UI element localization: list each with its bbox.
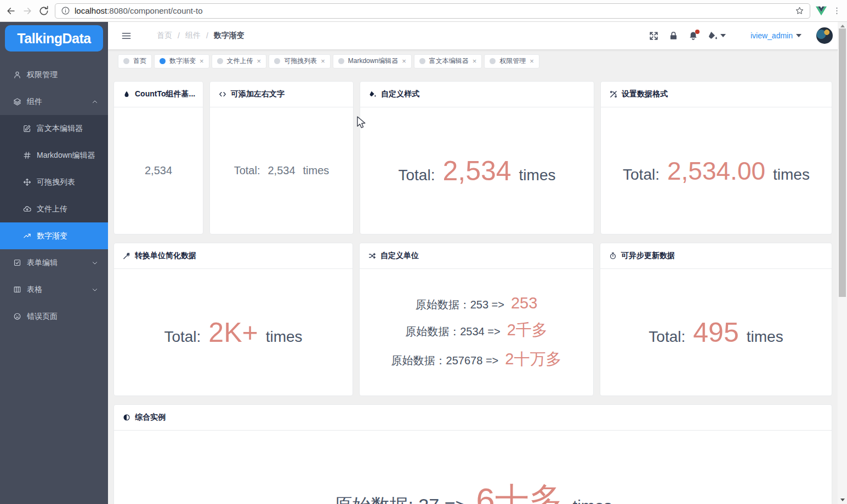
tag-close-icon[interactable]: × [321, 58, 325, 65]
url-host: localhost [75, 6, 107, 15]
person-icon [13, 71, 21, 79]
bookmark-star-icon[interactable] [795, 6, 804, 15]
count-value: 6十多 [476, 477, 562, 504]
raw-data-label: 原始数据: 27 => [333, 493, 466, 504]
stopwatch-icon [609, 252, 617, 260]
page-scrollbar[interactable] [838, 22, 847, 504]
vue-devtools-icon[interactable] [816, 6, 827, 16]
tag-markdown-editor[interactable]: Markdown编辑器 × [333, 54, 412, 68]
back-icon[interactable] [5, 5, 16, 16]
tag-close-icon[interactable]: × [530, 58, 534, 65]
tag-label: 数字渐变 [169, 56, 196, 66]
browser-menu-icon[interactable] [832, 6, 842, 15]
scroll-down-arrow[interactable] [838, 496, 847, 504]
card-async-update: 可异步更新数据 Total: 495 times [600, 243, 832, 396]
breadcrumb-separator: / [206, 31, 208, 40]
caret-down-icon [720, 34, 726, 37]
card-title: 综合实例 [135, 413, 166, 422]
sidebar-item-file-upload[interactable]: 文件上传 [0, 196, 108, 222]
shuffle-icon [368, 252, 376, 260]
card-header: 可异步更新数据 [600, 243, 832, 269]
card-body: 原始数据：253 => 253 原始数据：2534 => 2千多 原始数据：25… [360, 269, 593, 396]
converted-value: 253 [511, 294, 537, 312]
card-header: 自定义单位 [360, 243, 593, 269]
hamburger-icon[interactable] [121, 31, 132, 41]
breadcrumb-home[interactable]: 首页 [157, 31, 172, 41]
tag-nav-bar: 首页 数字渐变 × 文件上传 × 可拖拽列表 × Markdown编辑器 × [108, 49, 847, 73]
address-bar[interactable]: localhost:8080/component/count-to [55, 3, 810, 19]
count-prefix: Total: [234, 164, 260, 177]
sad-face-icon [13, 312, 21, 320]
card-body: Total: 2,534.00 times [601, 107, 832, 234]
card-header: 自定义样式 [360, 82, 594, 107]
card-title: 可添加左右文字 [231, 89, 285, 99]
tag-label: 首页 [133, 56, 146, 66]
tag-permission[interactable]: 权限管理 × [484, 54, 539, 68]
tag-draggable-list[interactable]: 可拖拽列表 × [269, 54, 331, 68]
raw-data-label: 原始数据：2534 => [405, 324, 500, 339]
breadcrumb-separator: / [178, 31, 180, 40]
tag-close-icon[interactable]: × [473, 58, 477, 65]
talkingdata-logo[interactable]: TalkingData [5, 25, 103, 51]
paint-bucket-icon [369, 90, 377, 98]
count-suffix: times [747, 328, 783, 346]
sidebar-item-table[interactable]: 表格 [0, 276, 108, 303]
sidebar-item-label: Markdown编辑器 [37, 151, 95, 161]
tag-count-to[interactable]: 数字渐变 × [154, 54, 209, 68]
unit-demo-line: 原始数据：2534 => 2千多 [405, 319, 548, 341]
sidebar-item-form-editor[interactable]: 表单编辑 [0, 249, 108, 276]
unit-demo-line: 原始数据：253 => 253 [416, 294, 538, 312]
notifications[interactable] [688, 31, 698, 41]
tag-rich-text-editor[interactable]: 富文本编辑器 × [414, 54, 482, 68]
scrollbar-thumb[interactable] [839, 28, 846, 297]
checkbox-icon [13, 259, 21, 267]
sidebar-item-error-pages[interactable]: 错误页面 [0, 303, 108, 330]
notification-badge [695, 30, 700, 34]
sidebar-item-draggable-list[interactable]: 可拖拽列表 [0, 169, 108, 196]
pound-icon [23, 151, 31, 159]
tag-home[interactable]: 首页 [118, 54, 152, 68]
count-prefix: Total: [399, 167, 435, 184]
sidebar-item-permission[interactable]: 权限管理 [0, 61, 108, 88]
sidebar-item-rich-text-editor[interactable]: 富文本编辑器 [0, 115, 108, 142]
forward-icon[interactable] [22, 5, 33, 16]
avatar[interactable] [816, 27, 833, 44]
sidebar-item-label: 组件 [27, 97, 42, 107]
url-text[interactable]: localhost:8080/component/count-to [75, 6, 203, 16]
card-left-right-text: 可添加左右文字 Total: 2,534 times [209, 81, 354, 234]
card-body: 原始数据: 27 => 6十多 times [114, 431, 832, 504]
sidebar-item-count-to[interactable]: 数字渐变 [0, 222, 108, 249]
breadcrumb-current: 数字渐变 [214, 31, 245, 41]
card-title: 可异步更新数据 [621, 251, 675, 261]
tag-file-upload[interactable]: 文件上传 × [212, 54, 267, 68]
components-submenu: 富文本编辑器 Markdown编辑器 可拖拽列表 文件上传 数字渐变 [0, 115, 108, 249]
sidebar-item-label: 数字渐变 [37, 231, 67, 241]
card-count-to-basic: CountTo组件基... 2,534 [113, 81, 203, 234]
breadcrumb-components[interactable]: 组件 [185, 31, 201, 41]
compose-icon [23, 124, 31, 133]
info-icon[interactable] [61, 6, 70, 15]
fullscreen-icon[interactable] [649, 31, 659, 41]
cloud-upload-icon [23, 205, 31, 213]
refresh-icon[interactable] [38, 5, 49, 16]
card-header: 可添加左右文字 [210, 82, 353, 107]
tag-close-icon[interactable]: × [200, 58, 204, 65]
user-menu[interactable]: iview_admin [751, 31, 801, 40]
tag-dot [160, 58, 166, 64]
card-simplify-unit: 转换单位简化数据 Total: 2K+ times [113, 243, 353, 396]
chevron-down-icon [92, 287, 98, 293]
lock-icon[interactable] [668, 31, 679, 41]
count-value: 2K+ [208, 317, 258, 348]
chevron-down-icon [92, 260, 98, 266]
count-value: 2,534 [268, 164, 295, 177]
sidebar-item-label: 错误页面 [27, 312, 58, 322]
sidebar-item-markdown-editor[interactable]: Markdown编辑器 [0, 142, 108, 169]
tag-close-icon[interactable]: × [257, 58, 262, 65]
contrast-icon [123, 414, 130, 421]
theme-switcher[interactable] [708, 31, 726, 41]
count-value: 2,534.00 [667, 156, 765, 186]
count-value: 2,534 [145, 164, 172, 177]
sidebar-item-components[interactable]: 组件 [0, 88, 108, 115]
tag-close-icon[interactable]: × [402, 58, 406, 65]
card-header: CountTo组件基... [114, 82, 203, 107]
